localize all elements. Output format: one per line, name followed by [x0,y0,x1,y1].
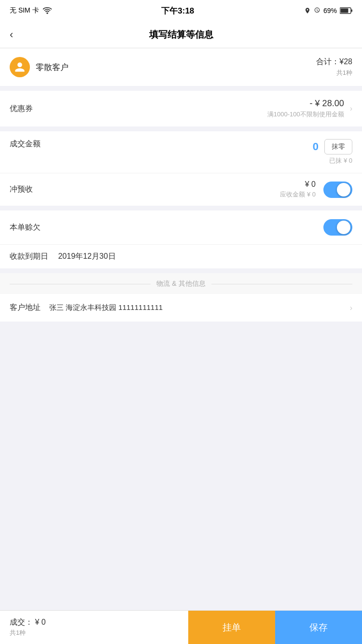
logistics-section: 物流 & 其他信息 客户地址 张三 海淀永丰科技园 11111111111 › [0,273,362,322]
duedate-row: 收款到期日 2019年12月30日 [0,244,362,268]
battery-percent: 69% [323,7,337,14]
coupon-desc: 满1000-100不限制使用金额 [267,110,344,119]
amount-label: 成交金额 [10,139,41,149]
bottom-bar: 成交： ¥ 0 共1种 挂单 保存 [0,610,362,644]
status-right: 69% [304,7,352,14]
prepay-toggle[interactable] [323,182,352,198]
amount-input-area: 0 抹零 [313,139,352,154]
duedate-value: 2019年12月30日 [58,252,115,260]
hang-button[interactable]: 挂单 [188,611,275,644]
alarm-icon [314,7,320,14]
svg-rect-1 [351,10,352,12]
bottom-transaction: 成交： ¥ 0 [10,617,179,628]
debt-label: 本单赊欠 [10,223,41,233]
debt-toggle-knob [337,221,350,234]
amount-sub: 已抹 ¥ 0 [313,156,352,165]
page-title: 填写结算等信息 [149,28,213,41]
logistics-header: 物流 & 其他信息 [0,273,362,294]
customer-count: 共1种 [316,69,352,77]
customer-row: 零散客户 合计：¥28 共1种 [0,48,362,86]
save-button[interactable]: 保存 [275,611,362,644]
customer-section: 零散客户 合计：¥28 共1种 [0,48,362,86]
coupon-section[interactable]: 优惠券 - ¥ 28.00 满1000-100不限制使用金额 › [0,91,362,126]
status-bar: 无 SIM 卡 下午3:18 69% [0,0,362,21]
address-chevron: › [350,304,352,312]
bottom-transaction-value: ¥ 0 [35,618,45,626]
svg-rect-2 [340,9,348,13]
prepay-right: ¥ 0 应收金额 ¥ 0 [280,180,352,199]
amount-row: 成交金额 0 抹零 已抹 ¥ 0 [0,131,362,173]
bottom-summary: 成交： ¥ 0 共1种 [0,611,188,644]
address-row[interactable]: 客户地址 张三 海淀永丰科技园 11111111111 › [0,294,362,322]
customer-name: 零散客户 [36,62,69,73]
prepay-label: 冲预收 [10,184,33,195]
coupon-chevron: › [350,104,352,113]
coupon-value: - ¥ 28.00 [267,98,344,109]
customer-avatar [10,57,30,77]
debt-toggle[interactable] [323,219,352,236]
empty-space [0,326,362,433]
prepay-sub: 应收金额 ¥ 0 [280,190,316,199]
toggle-knob [337,183,350,196]
address-label: 客户地址 [10,303,43,313]
customer-info: 零散客户 [10,57,69,77]
debt-row: 本单赊欠 [0,210,362,244]
coupon-row[interactable]: 优惠券 - ¥ 28.00 满1000-100不限制使用金额 › [0,91,362,126]
nav-bar: ‹ 填写结算等信息 [0,21,362,48]
prepay-row: 冲预收 ¥ 0 应收金额 ¥ 0 [0,173,362,206]
prepay-main: ¥ 0 [280,180,316,189]
bottom-count: 共1种 [10,629,179,637]
prepay-values: ¥ 0 应收金额 ¥ 0 [280,180,316,199]
customer-total-area: 合计：¥28 共1种 [316,57,352,77]
back-button[interactable]: ‹ [10,28,13,41]
person-icon [14,61,26,73]
coupon-right: - ¥ 28.00 满1000-100不限制使用金额 › [267,98,352,119]
round-button[interactable]: 抹零 [324,139,352,154]
customer-total: 合计：¥28 [316,57,352,67]
transaction-section: 成交金额 0 抹零 已抹 ¥ 0 冲预收 ¥ 0 应收金额 ¥ 0 [0,131,362,206]
sim-label: 无 SIM 卡 [10,6,39,15]
duedate-label: 收款到期日 [10,252,48,260]
battery-icon [340,7,352,14]
address-value: 张三 海淀永丰科技园 11111111111 [49,303,348,312]
amount-value[interactable]: 0 [313,140,319,153]
coupon-label: 优惠券 [10,104,33,114]
logistics-label: 物流 & 其他信息 [151,280,211,288]
debt-section: 本单赊欠 收款到期日 2019年12月30日 [0,210,362,268]
wifi-icon [43,7,52,14]
bottom-transaction-label: 成交： [10,618,33,626]
status-left: 无 SIM 卡 [10,6,52,15]
status-time: 下午3:18 [161,5,194,16]
location-icon [304,7,311,14]
